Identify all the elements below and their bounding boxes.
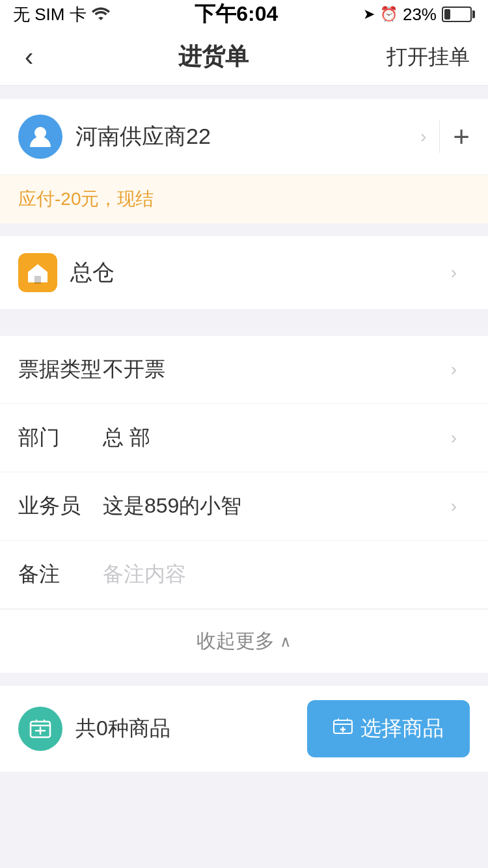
select-product-icon [333, 718, 353, 740]
supplier-name: 河南供应商22 [75, 122, 420, 152]
supplier-avatar [18, 115, 62, 159]
supplier-section: 河南供应商22 › + 应付-20元，现结 [0, 99, 488, 223]
supplier-chevron-icon: › [420, 126, 426, 147]
location-icon: ➤ [363, 6, 375, 23]
collapse-arrow-icon: ∧ [280, 632, 291, 651]
warehouse-icon [18, 253, 57, 292]
product-left: 共0种商品 [18, 707, 170, 751]
collapse-toggle[interactable]: 收起更多 ∧ [0, 609, 488, 673]
wifi-icon [92, 5, 110, 25]
status-right: ➤ ⏰ 23% [363, 5, 475, 25]
notice-banner: 应付-20元，现结 [0, 175, 488, 223]
collapse-text: 收起更多 [197, 628, 275, 655]
add-supplier-button[interactable]: + [439, 120, 470, 153]
battery-percent: 23% [403, 5, 437, 25]
nav-bar: ‹ 进货单 打开挂单 [0, 29, 488, 86]
select-product-button[interactable]: 选择商品 [307, 700, 470, 757]
svg-rect-1 [34, 276, 41, 284]
select-product-label: 选择商品 [360, 714, 444, 743]
warehouse-row[interactable]: 总仓 › [0, 236, 488, 310]
notice-text: 应付-20元，现结 [18, 189, 154, 209]
salesman-row[interactable]: 业务员 这是859的小智 › [0, 472, 488, 541]
alarm-icon: ⏰ [380, 6, 398, 23]
product-icon [18, 707, 62, 751]
page-title: 进货单 [178, 41, 249, 73]
invoice-row[interactable]: 票据类型 不开票 › [0, 336, 488, 404]
form-section: 票据类型 不开票 › 部门 总 部 › 业务员 这是859的小智 › 备注 备注… [0, 336, 488, 673]
remark-input[interactable]: 备注内容 [103, 560, 470, 589]
salesman-value: 这是859的小智 [103, 492, 451, 521]
bottom-fill [0, 772, 488, 868]
mid-divider-1 [0, 223, 488, 236]
warehouse-name: 总仓 [70, 258, 451, 288]
invoice-value: 不开票 [103, 355, 451, 384]
supplier-row[interactable]: 河南供应商22 › + [0, 99, 488, 175]
invoice-label: 票据类型 [18, 355, 103, 384]
warehouse-chevron-icon: › [451, 262, 457, 283]
dept-row[interactable]: 部门 总 部 › [0, 404, 488, 472]
remark-label: 备注 [18, 560, 103, 589]
product-bar: 共0种商品 选择商品 [0, 686, 488, 772]
dept-value: 总 部 [103, 424, 451, 452]
salesman-chevron-icon: › [451, 496, 457, 517]
status-left: 无 SIM 卡 [13, 3, 110, 26]
dept-label: 部门 [18, 424, 103, 452]
status-bar: 无 SIM 卡 下午6:04 ➤ ⏰ 23% [0, 0, 488, 29]
remark-row[interactable]: 备注 备注内容 [0, 541, 488, 609]
salesman-label: 业务员 [18, 492, 103, 521]
back-button[interactable]: ‹ [18, 36, 40, 78]
product-count: 共0种商品 [75, 714, 170, 743]
top-divider [0, 86, 488, 99]
dept-chevron-icon: › [451, 427, 457, 448]
carrier-text: 无 SIM 卡 [13, 3, 87, 26]
open-pending-button[interactable]: 打开挂单 [386, 43, 470, 72]
status-time: 下午6:04 [195, 0, 278, 29]
battery-icon [442, 7, 475, 22]
mid-divider-2 [0, 310, 488, 323]
invoice-chevron-icon: › [451, 359, 457, 380]
